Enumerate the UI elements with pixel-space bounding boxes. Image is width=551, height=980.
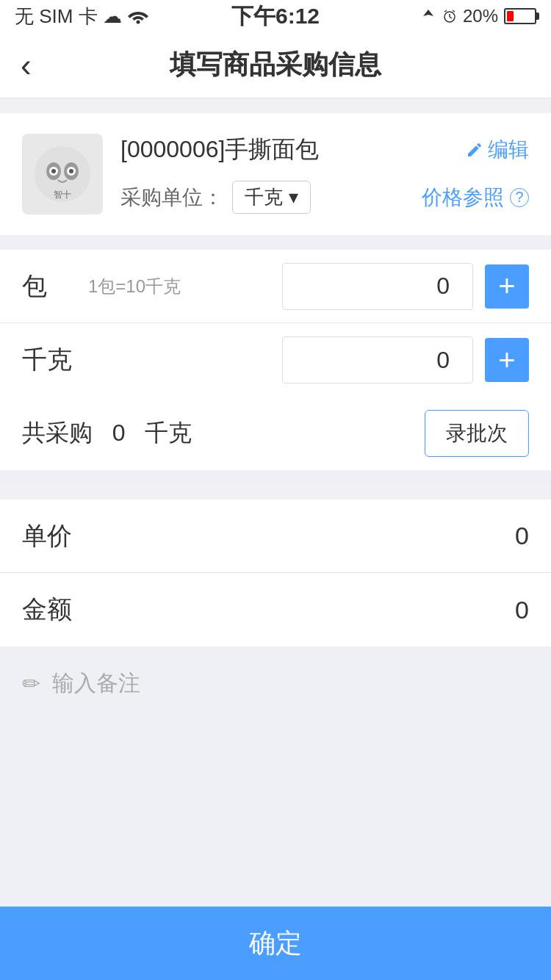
product-card: 智十 [0000006]手撕面包 编辑 采购单位： 千克 ▾ bbox=[0, 113, 551, 235]
section-divider-2 bbox=[0, 470, 551, 485]
svg-point-11 bbox=[51, 169, 56, 173]
amount-row: 金额 0 bbox=[0, 573, 551, 646]
price-section: 单价 0 金额 0 bbox=[0, 500, 551, 646]
kg-input-row: 千克 + bbox=[0, 323, 551, 397]
notes-input-row[interactable]: ✏ 输入备注 bbox=[22, 669, 529, 699]
alarm-icon bbox=[442, 9, 457, 24]
bao-input[interactable] bbox=[282, 263, 473, 310]
kg-input[interactable] bbox=[282, 336, 473, 383]
batch-record-button[interactable]: 录批次 bbox=[425, 410, 529, 457]
product-info: [0000006]手撕面包 编辑 采购单位： 千克 ▾ 价格 bbox=[120, 134, 529, 214]
bao-sublabel: 1包=10千克 bbox=[88, 275, 181, 298]
svg-line-4 bbox=[444, 10, 447, 12]
purchase-unit-label: 采购单位： bbox=[120, 184, 223, 212]
edit-button[interactable]: 编辑 bbox=[466, 136, 529, 164]
kg-plus-button[interactable]: + bbox=[485, 338, 529, 382]
location-icon bbox=[420, 8, 436, 24]
bao-label: 包 bbox=[22, 270, 81, 303]
kg-label: 千克 bbox=[22, 343, 81, 377]
sim-status: 无 SIM 卡 ☁ bbox=[15, 4, 122, 29]
edit-icon bbox=[466, 141, 483, 159]
notes-placeholder[interactable]: 输入备注 bbox=[52, 669, 140, 699]
unit-price-value: 0 bbox=[515, 522, 529, 550]
quantity-input-section: 包 1包=10千克 + 千克 + bbox=[0, 250, 551, 397]
status-bar: 无 SIM 卡 ☁ 下午6:12 20% bbox=[0, 0, 551, 32]
kg-field-wrap: + bbox=[81, 336, 529, 383]
amount-value: 0 bbox=[515, 596, 529, 624]
product-image: 智十 bbox=[22, 134, 103, 215]
svg-line-3 bbox=[450, 17, 452, 18]
section-divider-1 bbox=[0, 235, 551, 250]
status-right: 20% bbox=[420, 6, 536, 26]
price-ref-icon: ? bbox=[510, 188, 529, 207]
unit-selector[interactable]: 千克 ▾ bbox=[232, 181, 311, 214]
status-left: 无 SIM 卡 ☁ bbox=[15, 4, 148, 29]
pencil-icon: ✏ bbox=[22, 671, 40, 696]
svg-text:智十: 智十 bbox=[54, 190, 71, 200]
summary-row: 共采购 0 千克 录批次 bbox=[0, 397, 551, 470]
bao-field-wrap: + bbox=[181, 263, 529, 310]
status-time: 下午6:12 bbox=[231, 1, 320, 32]
battery-indicator bbox=[504, 8, 536, 24]
battery-percentage: 20% bbox=[463, 6, 498, 26]
unit-price-row: 单价 0 bbox=[0, 500, 551, 573]
nav-bar: ‹ 填写商品采购信息 bbox=[0, 32, 551, 98]
product-name: [0000006]手撕面包 bbox=[120, 134, 319, 166]
product-logo: 智十 bbox=[33, 145, 92, 203]
svg-point-0 bbox=[136, 21, 140, 24]
back-button[interactable]: ‹ bbox=[21, 49, 32, 82]
svg-point-12 bbox=[69, 169, 73, 173]
price-reference-button[interactable]: 价格参照 ? bbox=[422, 184, 529, 212]
wifi-icon bbox=[128, 8, 148, 24]
bao-plus-button[interactable]: + bbox=[485, 264, 529, 309]
svg-line-5 bbox=[453, 10, 455, 12]
summary-text: 共采购 0 千克 bbox=[22, 417, 192, 450]
bao-input-row: 包 1包=10千克 + bbox=[0, 250, 551, 323]
amount-label: 金额 bbox=[22, 593, 72, 627]
page-title: 填写商品采购信息 bbox=[170, 47, 381, 83]
confirm-button[interactable]: 确定 bbox=[0, 907, 551, 980]
unit-price-label: 单价 bbox=[22, 519, 72, 553]
notes-section: ✏ 输入备注 bbox=[0, 646, 551, 793]
